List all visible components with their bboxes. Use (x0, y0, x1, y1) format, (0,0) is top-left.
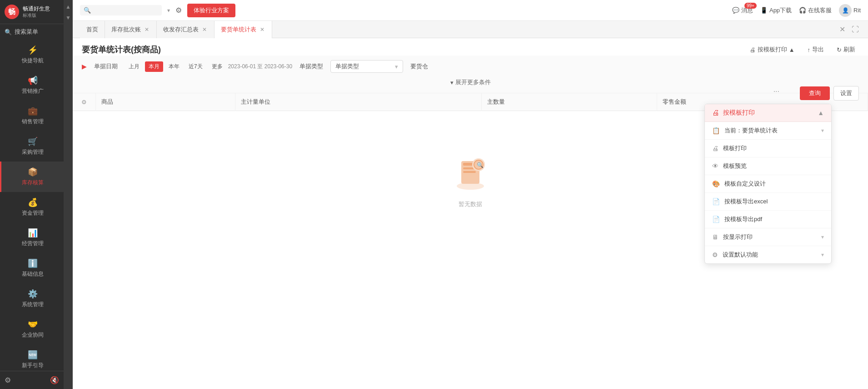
type-filter-select[interactable]: 单据类型 ▾ (330, 60, 403, 73)
scroll-up-arrow[interactable]: ▲ (64, 2, 73, 12)
topbar-gear-icon[interactable]: ⚙ (175, 6, 182, 15)
date-7days[interactable]: 近7天 (185, 61, 206, 72)
app-download-button[interactable]: 📱 App下载 (760, 6, 792, 15)
messages-button[interactable]: 💬 消息 99+ (732, 6, 753, 15)
tabs-close-button[interactable]: ✕ (838, 23, 847, 35)
tabs-expand-button[interactable]: ⛶ (850, 24, 861, 35)
tab-home[interactable]: 首页 (80, 21, 105, 38)
expand-more-label: 展开更多条件 (455, 78, 491, 86)
settings-footer-icon[interactable]: ⚙ (5, 376, 11, 384)
page-content: 要货单统计表(按商品) 🖨 按模板打印 ▲ ↑ 导出 ↻ 刷新 (73, 38, 868, 389)
sidebar-item-basic[interactable]: ℹ️ 基础信息 (0, 253, 64, 283)
topbar: 🔍 ▾ ⚙ 体验行业方案 💬 消息 99+ 📱 App下载 🎧 在线客服 👤 R… (73, 0, 868, 21)
template-print-icon: 🖨 (712, 145, 718, 152)
dropdown-display-print[interactable]: 🖥 按显示打印 ▾ (705, 228, 831, 246)
date-last-month[interactable]: 上月 (125, 61, 143, 72)
date-filter: 上月 本月 本年 近7天 更多 2023-06-01 至 2023-06-30 (125, 61, 292, 72)
dropdown-template-print[interactable]: 🖨 模板打印 (705, 140, 831, 157)
page-header: 要货单统计表(按商品) 🖨 按模板打印 ▲ ↑ 导出 ↻ 刷新 (73, 38, 868, 56)
tab-order-stats-close[interactable]: ✕ (259, 25, 265, 34)
date-this-year[interactable]: 本年 (165, 61, 183, 72)
current-label: 当前：要货单统计表 (724, 126, 778, 135)
tab-inventory-batch-close[interactable]: ✕ (144, 25, 150, 34)
topbar-chevron-icon[interactable]: ▾ (167, 7, 170, 14)
sidebar-item-sales[interactable]: 💼 销售管理 (0, 101, 64, 131)
dropdown-collapse-icon[interactable]: ▲ (818, 109, 824, 116)
export-button[interactable]: ↑ 导出 (804, 44, 828, 56)
sidebar-item-inventory[interactable]: 📦 库存核算 (0, 162, 64, 192)
search-icon: 🔍 (5, 29, 12, 35)
sidebar-item-shortcuts[interactable]: ⚡ 快捷导航 (0, 40, 64, 70)
svg-rect-4 (463, 171, 476, 173)
dropdown-header: 🖨 按模板打印 ▲ (705, 104, 831, 122)
sidebar-item-operation[interactable]: 📊 经营管理 (0, 222, 64, 253)
col-settings[interactable]: ⚙ (73, 93, 95, 111)
refresh-button[interactable]: ↻ 刷新 (833, 44, 859, 56)
date-more[interactable]: 更多 (208, 61, 226, 72)
dropdown-default-func[interactable]: ⚙ 设置默认功能 ▾ (705, 246, 831, 263)
sidebar-logo: 畅 畅通好生意 标准版 (0, 0, 64, 24)
dropdown-template-preview[interactable]: 👁 模板预览 (705, 157, 831, 175)
col-unit: 主计量单位 (235, 93, 481, 111)
sidebar: 畅 畅通好生意 标准版 🔍 搜索菜单 ⚡ 快捷导航 📢 营销推广 💼 销售管理 … (0, 0, 64, 389)
print-icon: 🖨 (750, 46, 756, 53)
print-template-button[interactable]: 🖨 按模板打印 ▲ (746, 44, 798, 56)
service-icon: 🎧 (799, 7, 806, 14)
online-service-button[interactable]: 🎧 在线客服 (799, 6, 832, 15)
date-range-text: 2023-06-01 至 2023-06-30 (228, 63, 292, 71)
topbar-search-box[interactable]: 🔍 (80, 5, 162, 15)
tab-receipt-summary-close[interactable]: ✕ (201, 25, 208, 34)
sales-label: 销售管理 (22, 118, 44, 126)
dropdown-template-excel[interactable]: 📄 按模板导出excel (705, 193, 831, 211)
col-quantity: 主数量 (482, 93, 657, 111)
tab-order-stats[interactable]: 要货单统计表 ✕ (215, 21, 272, 38)
download-icon: 📱 (760, 7, 768, 14)
default-func-icon: ⚙ (712, 251, 718, 258)
default-func-arrow: ▾ (821, 252, 824, 258)
filters-area: ▶ 单据日期 上月 本月 本年 近7天 更多 2023-06-01 至 2023… (73, 56, 868, 93)
expand-more-btn[interactable]: ▾ 展开更多条件 (445, 76, 496, 88)
filter-expand-icon[interactable]: ▶ (82, 63, 87, 70)
filter-row: ▶ 单据日期 上月 本月 本年 近7天 更多 2023-06-01 至 2023… (82, 60, 859, 73)
tabs-bar: 首页 库存批次账 ✕ 收发存汇总表 ✕ 要货单统计表 ✕ ✕ ⛶ (73, 21, 868, 38)
tab-inventory-batch[interactable]: 库存批次账 ✕ (105, 21, 157, 38)
mute-footer-icon[interactable]: 🔇 (50, 376, 59, 384)
scroll-down-arrow[interactable]: ▼ (64, 13, 73, 23)
sidebar-search[interactable]: 🔍 搜索菜单 (0, 24, 64, 40)
logo-text-block: 畅通好生意 标准版 (23, 5, 50, 19)
message-icon: 💬 (732, 7, 739, 14)
online-service-label: 在线客服 (808, 6, 832, 15)
refresh-label: 刷新 (843, 45, 855, 54)
dropdown-template-design[interactable]: 🎨 模板自定义设计 (705, 175, 831, 193)
sidebar-item-purchase[interactable]: 🛒 采购管理 (0, 131, 64, 162)
sidebar-item-guide[interactable]: 🆕 新手引导 (0, 344, 64, 371)
print-label: 按模板打印 (758, 45, 787, 54)
tab-receipt-summary[interactable]: 收发存汇总表 ✕ (157, 21, 215, 38)
date-this-month[interactable]: 本月 (145, 61, 163, 72)
more-icon[interactable]: ··· (773, 87, 779, 96)
user-name: Rit (853, 7, 861, 14)
main-area: 🔍 ▾ ⚙ 体验行业方案 💬 消息 99+ 📱 App下载 🎧 在线客服 👤 R… (73, 0, 868, 389)
topbar-right: 💬 消息 99+ 📱 App下载 🎧 在线客服 👤 Rit (732, 4, 861, 17)
sidebar-item-marketing[interactable]: 📢 营销推广 (0, 70, 64, 101)
settings-button[interactable]: 设置 (833, 86, 859, 101)
query-action-area: 查询 设置 (800, 86, 859, 101)
display-print-label: 按显示打印 (723, 233, 753, 241)
basic-label: 基础信息 (22, 270, 44, 278)
sidebar-footer: ⚙ 🔇 (0, 371, 64, 389)
dropdown-current-item[interactable]: 📋 当前：要货单统计表 ▾ (705, 122, 831, 140)
dropdown-template-pdf[interactable]: 📄 按模板导出pdf (705, 211, 831, 228)
sidebar-item-system[interactable]: ⚙️ 系统管理 (0, 283, 64, 314)
logo-icon: 畅 (5, 5, 19, 19)
query-button[interactable]: 查询 (800, 86, 830, 100)
refresh-icon: ↻ (837, 46, 842, 53)
topbar-search-input[interactable] (94, 7, 153, 14)
shortcuts-icon: ⚡ (28, 45, 38, 55)
display-print-icon: 🖥 (712, 233, 718, 241)
topbar-cta-button[interactable]: 体验行业方案 (187, 4, 235, 17)
sidebar-item-collab[interactable]: 🤝 企业协同 (0, 314, 64, 344)
user-profile[interactable]: 👤 Rit (839, 4, 861, 17)
marketing-label: 营销推广 (22, 87, 44, 95)
sidebar-nav: ⚡ 快捷导航 📢 营销推广 💼 销售管理 🛒 采购管理 📦 库存核算 💰 资金管… (0, 40, 64, 371)
sidebar-item-finance[interactable]: 💰 资金管理 (0, 192, 64, 222)
